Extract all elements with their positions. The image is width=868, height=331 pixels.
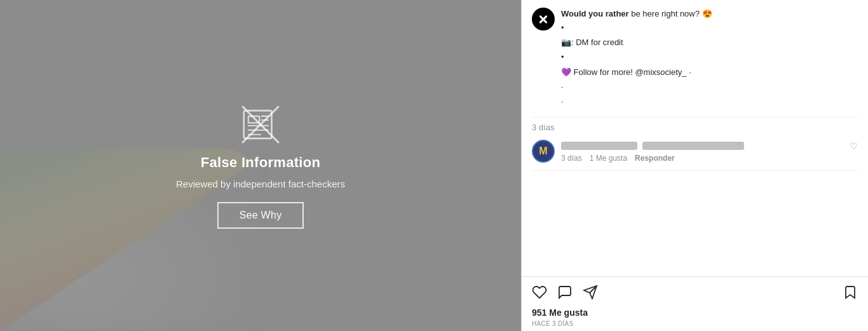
post-image-panel: False Information Reviewed by independen… — [0, 0, 521, 331]
comment-row-content: Mo_madi can you follow me 3 días 1 Me gu… — [561, 140, 858, 163]
blurred-username: Mo_madi — [561, 142, 637, 150]
bookmark-icon[interactable] — [843, 285, 858, 302]
comment-row: M Mo_madi can you follow me 3 días 1 Me … — [532, 135, 858, 168]
follow-line: 💜 Follow for more! @mixsociety_ · — [561, 65, 858, 79]
comment-text-line: Mo_madi can you follow me — [561, 140, 850, 151]
post-description-content: Would you rather be here right now? 😍 • … — [561, 8, 858, 109]
comment-row-left: Mo_madi can you follow me 3 días 1 Me gu… — [561, 140, 850, 163]
comment-time: 3 días — [561, 154, 582, 163]
bullet-2: • — [561, 50, 858, 64]
false-information-title: False Information — [201, 154, 320, 171]
post-timestamp: HACE 3 DÍAS — [532, 320, 858, 327]
dot-1: · — [561, 79, 858, 94]
commenter-avatar: M — [532, 140, 555, 163]
newspaper-crossed-icon — [238, 102, 283, 147]
post-body: be here right now? 😍 — [631, 9, 712, 18]
false-information-overlay: False Information Reviewed by independen… — [0, 0, 521, 331]
post-text: Would you rather be here right now? 😍 — [561, 8, 858, 20]
time-label-3-dias: 3 días — [532, 123, 858, 132]
post-header: Would you rather be here right now? 😍 • … — [532, 8, 858, 109]
dot-2: · — [561, 94, 858, 109]
comment-divider — [532, 170, 858, 183]
post-avatar — [532, 8, 555, 30]
likes-count: 951 Me gusta — [532, 307, 858, 318]
credit-line: 📷: DM for credit — [561, 35, 858, 50]
post-description-block: Would you rather be here right now? 😍 • … — [532, 8, 858, 118]
comment-icon[interactable] — [557, 285, 573, 302]
comment-heart-icon[interactable]: ♡ — [850, 141, 858, 151]
comment-meta: 3 días 1 Me gusta Responder — [561, 154, 850, 163]
blurred-comment-text: can you follow me — [642, 142, 744, 150]
comment-likes-count: 1 Me gusta — [590, 154, 627, 163]
false-information-subtitle: Reviewed by independent fact-checkers — [176, 179, 345, 189]
comments-area[interactable]: Would you rather be here right now? 😍 • … — [522, 0, 868, 276]
comment-reply-button[interactable]: Responder — [635, 154, 675, 163]
share-icon[interactable] — [583, 285, 598, 302]
see-why-button[interactable]: See Why — [217, 202, 303, 229]
comments-panel: Would you rather be here right now? 😍 • … — [521, 0, 868, 331]
like-icon[interactable] — [532, 285, 547, 302]
bullet-1: • — [561, 20, 858, 35]
action-icons-row — [532, 285, 858, 302]
post-username: Would you rather — [561, 9, 629, 18]
action-bar: 951 Me gusta HACE 3 DÍAS — [522, 276, 868, 331]
